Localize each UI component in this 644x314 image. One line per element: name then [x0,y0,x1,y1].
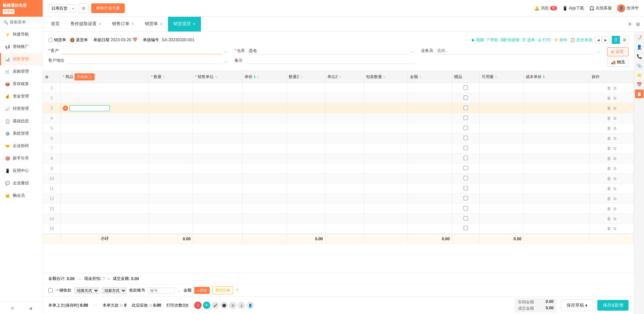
gift-checkbox[interactable] [464,186,468,190]
row-price[interactable] [243,194,286,204]
row-available[interactable] [479,143,523,153]
row-unit[interactable] [193,153,243,164]
staff-dots[interactable]: ... [597,49,600,53]
row-available[interactable] [479,103,523,113]
row-unit[interactable] [193,113,243,123]
row-amount[interactable] [408,174,452,184]
copy-icon[interactable]: ⧉ [613,106,616,111]
scan-btn[interactable]: 扫码录入 [74,73,95,80]
row-cost-price[interactable] [524,214,590,224]
row-unit2[interactable] [325,224,364,234]
row-available[interactable] [479,204,523,214]
row-qty[interactable] [149,204,193,214]
row-qty[interactable] [149,174,193,184]
row-amount[interactable] [408,103,452,113]
search-menu-item[interactable]: 🔍 搜索菜单 [0,17,43,28]
row-price[interactable] [243,103,286,113]
row-unit[interactable] [193,164,243,174]
gift-checkbox[interactable] [464,126,468,130]
row-qty[interactable] [149,214,193,224]
qty2-sort-icon[interactable]: ⇅ [300,75,303,79]
row-unit[interactable] [193,184,243,194]
row-goods[interactable] [61,153,149,164]
tab-sale-return-close[interactable]: ✕ [193,22,196,26]
gift-checkbox[interactable] [464,96,468,100]
row-cost-price[interactable] [524,174,590,184]
price-sort-icon[interactable]: ⇅ [257,75,259,79]
row-qty[interactable] [149,83,193,93]
account-dots[interactable]: ... [177,288,181,293]
customer-input[interactable] [61,47,222,54]
row-available[interactable] [479,184,523,194]
save-new-btn[interactable]: 保存&新增 [597,300,629,311]
row-pack-qty[interactable] [364,133,408,143]
row-available[interactable] [479,83,523,93]
row-pack-qty[interactable] [364,204,408,214]
tab-sale-return[interactable]: 销货退货 ✕ [168,17,201,32]
row-unit[interactable] [193,93,243,103]
delete-icon[interactable]: 🗑 [607,96,611,101]
prev-arrow[interactable]: ◀ [595,37,602,43]
tab-sale-order-close[interactable]: ✕ [131,22,134,26]
row-qty2[interactable] [286,143,325,153]
row-price[interactable] [243,214,286,224]
row-pack-qty[interactable] [364,174,408,184]
radio-sale-input[interactable] [48,38,53,42]
sidebar-item-purchase[interactable]: 🛒 采购管理 [0,65,43,78]
calc-method-select[interactable]: 结算方式 [74,287,99,294]
row-unit[interactable] [193,214,243,224]
support-btn[interactable]: 🎧 在线客服 [589,5,612,11]
right-phone-icon[interactable]: 📞 [635,52,644,61]
gift-checkbox[interactable] [464,116,468,120]
right-active-icon[interactable]: 📋 [635,89,644,98]
row-qty[interactable] [149,143,193,153]
copy-icon[interactable]: ⧉ [613,176,616,181]
row-available[interactable] [479,93,523,103]
delete-icon[interactable]: 🗑 [607,226,611,231]
row-qty2[interactable] [286,194,325,204]
message-btn[interactable]: 🔔 消息 70 [534,5,557,11]
row-price[interactable] [243,204,286,214]
row-goods[interactable] [61,143,149,153]
row-pack-qty[interactable] [364,113,408,123]
row-goods[interactable]: + [61,103,149,113]
sidebar-item-inventory[interactable]: 📦 库存核算 [0,78,43,90]
row-gift[interactable] [452,194,479,204]
row-unit2[interactable] [325,143,364,153]
delete-icon[interactable]: 🗑 [607,146,611,151]
row-price[interactable] [243,83,286,93]
row-unit[interactable] [193,143,243,153]
goods-input[interactable] [69,105,110,111]
row-gift[interactable] [452,123,479,133]
copy-icon[interactable]: ⧉ [613,156,616,161]
row-price[interactable] [243,113,286,123]
row-goods[interactable] [61,164,149,174]
row-pack-qty[interactable] [364,93,408,103]
address-input[interactable] [67,57,222,64]
row-cost-price[interactable] [524,133,590,143]
history-action[interactable]: 📋 历史单据 [570,37,592,43]
row-amount[interactable] [408,153,452,164]
row-available[interactable] [479,113,523,123]
row-unit2[interactable] [325,123,364,133]
delete-icon[interactable]: 🗑 [607,206,611,211]
split-btn[interactable]: 费用分摊 [212,287,233,294]
delete-icon[interactable]: 🗑 [607,196,611,201]
row-amount[interactable] [408,214,452,224]
row-goods[interactable] [61,113,149,123]
list-view-btn[interactable]: ☰ [612,36,620,44]
draft-btn[interactable]: 保存草稿 ▾ [561,300,593,311]
row-amount[interactable] [408,224,452,234]
row-amount[interactable] [408,164,452,174]
row-qty[interactable] [149,224,193,234]
row-qty[interactable] [149,133,193,143]
settings-gear-icon[interactable]: ⚙ [45,75,49,79]
gift-checkbox[interactable] [464,136,468,140]
row-qty[interactable] [149,194,193,204]
one-click-payment-checkbox[interactable] [48,288,53,293]
copy-icon[interactable]: ⧉ [613,136,616,141]
row-qty2[interactable] [286,83,325,93]
shortcut-action[interactable]: ⌨ 快捷键 [501,37,520,43]
gift-checkbox[interactable] [464,176,468,180]
select-action[interactable]: ☰ 选单 [522,37,535,43]
